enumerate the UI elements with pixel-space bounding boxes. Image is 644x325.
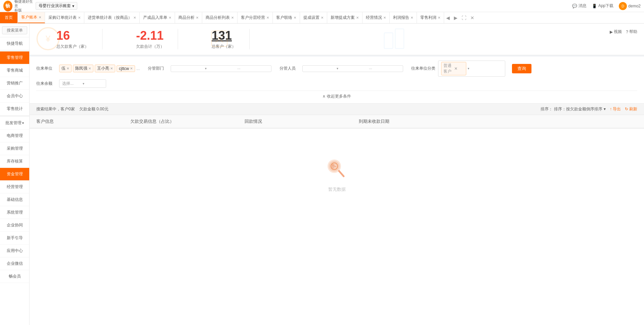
top-bar: 畅 畅捷通好生意 标版 母婴行业演示账套 ▾ 💬 消息 📱 App下载 D de…: [0, 0, 644, 12]
tab-business-status[interactable]: 经营情况 ✕: [362, 12, 390, 23]
sidebar-item-marketing[interactable]: 营销推广: [0, 77, 29, 90]
filter-unit-label: 往来单位: [36, 66, 56, 71]
tab-close-icon[interactable]: ✕: [411, 16, 413, 20]
table-col-debt-info: 欠款交易信息（占比）: [130, 118, 245, 124]
tab-close-icon[interactable]: ✕: [133, 16, 136, 20]
tab-customer-contact[interactable]: 客户联络 ✕: [273, 12, 300, 23]
tab-home[interactable]: 首页: [0, 12, 18, 23]
tab-add-commission-plan[interactable]: 新增提成方案 ✕: [327, 12, 362, 23]
sidebar-item-enterprise-collab[interactable]: 企业协同: [0, 219, 29, 232]
tab-profit-report[interactable]: 利润报告 ✕: [390, 12, 417, 23]
filter-tag-group: 伍 ✕ 陈民强 ✕ 王小亮 ✕ cjttcw ✕ ...: [59, 65, 140, 72]
tag-close-wang[interactable]: ✕: [110, 67, 113, 70]
video-button[interactable]: ▶ 视频: [610, 29, 622, 35]
results-bar: 搜索结果中，客户0家 欠款金额 0.00元 排序： 排序：按欠款金额倒序排序 ▾…: [30, 104, 644, 115]
tab-close-icon[interactable]: ✕: [266, 16, 269, 20]
stats-bar: ¥ 16 总欠款客户（家）: [30, 24, 644, 55]
collapse-button[interactable]: ∧ 收起更多条件: [36, 91, 637, 99]
tag-close-wu[interactable]: ✕: [67, 67, 69, 70]
sidebar-item-operations[interactable]: 经营管理: [0, 181, 29, 193]
tab-close-icon[interactable]: ✕: [169, 16, 171, 20]
table-container: 客户信息 欠款交易信息（占比） 回款情况 到期未收款日期: [30, 115, 644, 325]
help-button[interactable]: ? 帮助: [626, 29, 637, 35]
sidebar-item-ecommerce[interactable]: 电商管理: [0, 130, 29, 142]
tab-close-all[interactable]: ✕: [468, 15, 476, 21]
stats-right-actions: ▶ 视频 ? 帮助: [610, 29, 637, 35]
stat-label-debtors: 总欠款客户（家）: [56, 44, 89, 49]
tab-close-icon[interactable]: ✕: [294, 16, 296, 20]
sidebar-item-retail-mall[interactable]: 零售商城: [0, 64, 29, 77]
empty-state-text: 暂无数据: [328, 186, 346, 192]
org-selector[interactable]: 母婴行业演示账套 ▾: [36, 2, 77, 10]
chevron-down-icon: ▾: [468, 67, 502, 70]
table-col-repayment: 回款情况: [245, 118, 359, 124]
sidebar-item-purchase[interactable]: 采购管理: [0, 142, 29, 155]
svg-line-9: [339, 171, 344, 176]
tab-customer-ledger[interactable]: 客户账本 ✕: [18, 12, 45, 23]
tab-product-analysis-list[interactable]: 商品分析列表 ✕: [202, 12, 238, 23]
filter-tag-chen: 陈民强 ✕: [73, 65, 93, 72]
sort-selector[interactable]: 排序： 排序：按欠款金额倒序排序 ▾: [541, 106, 606, 112]
sidebar-item-chang-member[interactable]: 畅会员: [0, 270, 29, 283]
tab-product-inbound[interactable]: 产成品入库单 ✕: [140, 12, 175, 23]
empty-state: 暂无数据: [30, 129, 644, 219]
filter-more-tags[interactable]: ...: [136, 66, 140, 71]
tag-close-classify[interactable]: ✕: [454, 66, 464, 71]
app-download-button[interactable]: 📱 App下载: [592, 3, 613, 9]
tab-retail-profit[interactable]: 零售利润 ✕: [417, 12, 444, 23]
stat-icon-3: [382, 27, 406, 51]
filter-person-select[interactable]: ▾ ···: [302, 65, 403, 72]
message-button[interactable]: 💬 消息: [572, 3, 587, 9]
sidebar-item-new-guide[interactable]: 新手引导: [0, 232, 29, 245]
tab-close-icon[interactable]: ✕: [321, 16, 324, 20]
tab-close-icon[interactable]: ✕: [78, 16, 81, 20]
tab-close-icon[interactable]: ✕: [39, 16, 41, 19]
query-button[interactable]: 查询: [512, 64, 531, 73]
export-button[interactable]: ↑ 导出: [610, 106, 621, 112]
tag-close-chen[interactable]: ✕: [88, 67, 91, 70]
download-icon: 📱: [592, 4, 597, 8]
sidebar-item-retail-management[interactable]: 零售管理: [0, 51, 29, 64]
sidebar-item-wholesale[interactable]: 批发管理 ▾: [0, 117, 29, 130]
sidebar-item-quick-nav[interactable]: 快捷导航: [0, 37, 29, 50]
help-icon: ?: [626, 30, 628, 34]
svg-rect-12: [332, 165, 335, 166]
tab-scroll-right[interactable]: ▶: [452, 15, 460, 21]
sidebar-item-system[interactable]: 系统管理: [0, 206, 29, 219]
logo-icon: 畅: [3, 1, 12, 11]
search-input[interactable]: [2, 26, 27, 34]
sidebar-item-inventory[interactable]: 库存核算: [0, 155, 29, 168]
refresh-button[interactable]: ↻ 刷新: [625, 106, 637, 112]
sidebar-item-member-center[interactable]: 会员中心: [0, 90, 29, 103]
user-profile[interactable]: D demo2: [619, 2, 641, 10]
main-area: 快捷导航 零售管理 零售商城 营销推广 会员中心 零售统计 批发管理 ▾ 电商管…: [0, 24, 644, 325]
tab-close-icon[interactable]: ✕: [356, 16, 359, 20]
tab-commission-settings[interactable]: 提成设置 ✕: [300, 12, 327, 23]
page-content: ¥ 16 总欠款客户（家）: [30, 24, 644, 325]
chevron-up-icon: ∧: [323, 94, 326, 99]
tab-product-analysis[interactable]: 商品分析 ✕: [175, 12, 202, 23]
tab-purchase-order-stats[interactable]: 采购订单统计表 ✕: [45, 12, 84, 23]
sidebar-item-enterprise-wechat[interactable]: 企业微信: [0, 257, 29, 270]
tab-purchase-stats-by-product[interactable]: 进货单统计表（按商品） ✕: [84, 12, 140, 23]
tab-close-icon[interactable]: ✕: [231, 16, 234, 20]
tab-customer-segmentation[interactable]: 客户分层经营 ✕: [238, 12, 273, 23]
refresh-icon: ↻: [625, 107, 628, 111]
sidebar-item-app-center[interactable]: 应用中心: [0, 245, 29, 257]
export-icon: ↑: [610, 107, 612, 111]
filter-dept-select[interactable]: ▾ ···: [171, 65, 271, 72]
tab-close-icon[interactable]: ✕: [383, 16, 386, 20]
tab-close-icon[interactable]: ✕: [196, 16, 199, 20]
sidebar-item-basic-info[interactable]: 基础信息: [0, 193, 29, 206]
tag-close-cjttcw[interactable]: ✕: [130, 67, 133, 70]
sidebar-item-retail-stats[interactable]: 零售统计: [0, 103, 29, 115]
sidebar-item-financial[interactable]: 资金管理: [0, 168, 29, 181]
filter-classify-select[interactable]: 普通客户 ✕ ▾: [438, 61, 505, 77]
video-icon: ▶: [610, 30, 613, 34]
tab-fullscreen[interactable]: ⛶: [460, 15, 468, 21]
tab-scroll-left[interactable]: ◀: [444, 15, 452, 21]
filter-remain-select[interactable]: 选择... ▾: [59, 79, 106, 88]
svg-rect-5: [384, 33, 393, 49]
chevron-down-icon: ▾: [604, 107, 606, 111]
tab-close-icon[interactable]: ✕: [438, 16, 440, 20]
